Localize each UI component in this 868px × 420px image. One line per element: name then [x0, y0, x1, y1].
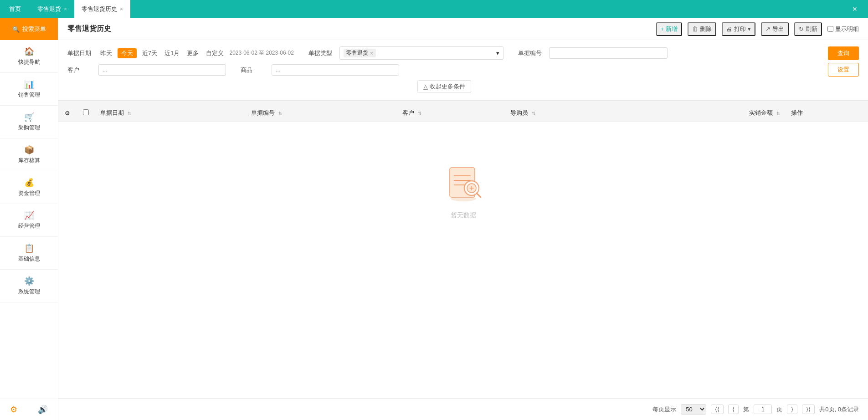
tab-retail-return[interactable]: 零售退货 × [30, 0, 74, 18]
sales-icon: 📊 [24, 79, 34, 89]
th-no[interactable]: 单据编号 ⇅ [246, 104, 396, 122]
th-amount-sort-icon: ⇅ [776, 111, 780, 116]
tab-retail-return-history[interactable]: 零售退货历史 × [74, 0, 130, 18]
date-opt-today[interactable]: 今天 [118, 48, 137, 58]
total-label: 共0页, 0条记录 [819, 405, 859, 414]
voucher-type-dropdown-icon: ▾ [496, 50, 499, 56]
date-opt-custom[interactable]: 自定义 [204, 48, 226, 58]
home-icon: 🏠 [24, 46, 34, 56]
customer-ellipsis: ... [103, 67, 108, 73]
sidebar-item-inventory-label: 库存核算 [18, 157, 40, 164]
first-page-btn[interactable]: ⟨⟨ [711, 405, 724, 414]
sidebar-search[interactable]: 🔍 搜索菜单 [0, 18, 58, 40]
refresh-button[interactable]: ↻ 刷新 [794, 22, 822, 36]
filter-actions: 查询 设置 [828, 46, 859, 77]
filter-voucher-no-label: 单据编号 [518, 49, 545, 57]
date-opt-more[interactable]: 更多 [185, 48, 200, 58]
empty-cell: 暂无数据 [58, 122, 868, 256]
filter-row-2: 客户 ... 商品 ... [67, 64, 821, 76]
tab-retail-return-history-close[interactable]: × [120, 6, 123, 12]
sidebar-item-operations[interactable]: 📈 经营管理 [0, 204, 58, 237]
finance-icon: 💰 [24, 178, 34, 188]
topbar-close-btn[interactable]: × [848, 3, 861, 16]
th-amount[interactable]: 实销金额 ⇅ [635, 104, 786, 122]
th-settings[interactable]: ⚙ [58, 104, 77, 122]
tab-retail-return-history-label: 零售退货历史 [82, 5, 117, 13]
print-button[interactable]: 🖨 打印 ▾ [722, 22, 755, 36]
page-label: 第 [743, 405, 749, 414]
voucher-type-tag-remove[interactable]: × [370, 50, 373, 56]
filter-goods-label: 商品 [241, 66, 268, 74]
sidebar-item-system-mgmt[interactable]: ⚙️ 系统管理 [0, 270, 58, 302]
filter-row-1: 单据日期 昨天 今天 近7天 近1月 更多 自定义 2023-06-02 至 2… [67, 46, 821, 60]
export-label: 导出 [772, 25, 784, 33]
th-customer-sort-icon: ⇅ [418, 111, 421, 116]
empty-illustration [441, 159, 486, 204]
collapse-label: 收起更多条件 [430, 82, 465, 91]
topbar-right: × [848, 3, 868, 16]
page-actions: + 新增 🗑 删除 🖨 打印 ▾ ↗ 导出 ↻ 刷新 [656, 22, 859, 36]
sidebar-item-purchase-mgmt-label: 采购管理 [18, 124, 40, 132]
next-page-btn[interactable]: ⟩ [787, 405, 797, 414]
print-icon: 🖨 [726, 26, 732, 32]
date-opt-yesterday[interactable]: 昨天 [98, 48, 114, 58]
main-layout: 🔍 搜索菜单 🏠 快捷导航 📊 销售管理 🛒 采购管理 📦 库存核算 💰 资金管… [0, 18, 868, 420]
content-area: 零售退货历史 + 新增 🗑 删除 🖨 打印 ▾ ↗ 导出 ↻ [58, 18, 868, 420]
settings-bottom-icon[interactable]: ⚙ [10, 405, 17, 415]
th-customer-label: 客户 [402, 109, 414, 116]
filter-section: 单据日期 昨天 今天 近7天 近1月 更多 自定义 2023-06-02 至 2… [67, 46, 859, 97]
filter-voucher-no-input[interactable] [549, 47, 668, 59]
table-container: ⚙ 单据日期 ⇅ 单据编号 ⇅ 客户 [58, 104, 868, 398]
sidebar-item-purchase-mgmt[interactable]: 🛒 采购管理 [0, 106, 58, 138]
sidebar-item-basic-info[interactable]: 📋 基础信息 [0, 237, 58, 270]
collapse-button[interactable]: △ 收起更多条件 [417, 80, 471, 93]
filter-voucher-type-select[interactable]: 零售退货 × ▾ [339, 46, 503, 60]
th-guide[interactable]: 导购员 ⇅ [505, 104, 634, 122]
th-checkbox[interactable] [77, 104, 95, 122]
page-header: 零售退货历史 + 新增 🗑 删除 🖨 打印 ▾ ↗ 导出 ↻ [58, 18, 868, 40]
th-date[interactable]: 单据日期 ⇅ [95, 104, 246, 122]
print-label: 打印 [734, 25, 746, 33]
sidebar-item-quick-nav[interactable]: 🏠 快捷导航 [0, 40, 58, 73]
new-button[interactable]: + 新增 [656, 22, 682, 36]
show-detail-checkbox[interactable] [827, 26, 833, 32]
sidebar-item-system-mgmt-label: 系统管理 [18, 288, 40, 296]
date-opt-1month[interactable]: 近1月 [163, 48, 181, 58]
purchase-icon: 🛒 [24, 112, 34, 122]
query-button[interactable]: 查询 [828, 46, 859, 60]
sidebar-item-finance-label: 资金管理 [18, 190, 40, 197]
svg-line-8 [477, 193, 481, 197]
delete-button[interactable]: 🗑 删除 [688, 22, 716, 36]
th-date-label: 单据日期 [100, 109, 124, 116]
refresh-label: 刷新 [806, 25, 817, 33]
filter-voucher-no-item: 单据编号 [518, 47, 668, 59]
audio-icon[interactable]: 🔊 [38, 405, 48, 415]
sidebar-item-sales-mgmt[interactable]: 📊 销售管理 [0, 73, 58, 106]
sidebar-item-inventory[interactable]: 📦 库存核算 [0, 138, 58, 171]
prev-page-btn[interactable]: ⟨ [728, 405, 739, 414]
table-body: 暂无数据 [58, 122, 868, 256]
page-input[interactable] [754, 405, 772, 414]
per-page-select[interactable]: 50 10 20 100 [681, 404, 706, 415]
tab-home-label: 首页 [9, 5, 21, 13]
sidebar-item-finance[interactable]: 💰 资金管理 [0, 171, 58, 204]
sidebar-item-quick-nav-label: 快捷导航 [18, 58, 40, 66]
voucher-type-tag-text: 零售退货 [346, 49, 368, 57]
tab-home[interactable]: 首页 [0, 0, 30, 18]
date-opt-7days[interactable]: 近7天 [140, 48, 159, 58]
filter-customer-select[interactable]: ... [98, 64, 226, 76]
last-page-btn[interactable]: ⟩⟩ [802, 405, 815, 414]
filter-date-options: 昨天 今天 近7天 近1月 更多 自定义 [98, 48, 226, 58]
empty-row: 暂无数据 [58, 122, 868, 256]
setting-button[interactable]: 设置 [828, 63, 859, 77]
filter-goods-select[interactable]: ... [272, 64, 399, 76]
search-icon: 🔍 [12, 26, 20, 33]
export-button[interactable]: ↗ 导出 [761, 22, 789, 36]
empty-text: 暂无数据 [451, 211, 476, 220]
per-page-label: 每页显示 [652, 405, 676, 414]
filter-cols: 单据日期 昨天 今天 近7天 近1月 更多 自定义 2023-06-02 至 2… [67, 46, 821, 97]
select-all-checkbox[interactable] [83, 109, 89, 115]
refresh-icon: ↻ [799, 26, 804, 32]
th-customer[interactable]: 客户 ⇅ [397, 104, 505, 122]
tab-retail-return-close[interactable]: × [64, 6, 67, 12]
